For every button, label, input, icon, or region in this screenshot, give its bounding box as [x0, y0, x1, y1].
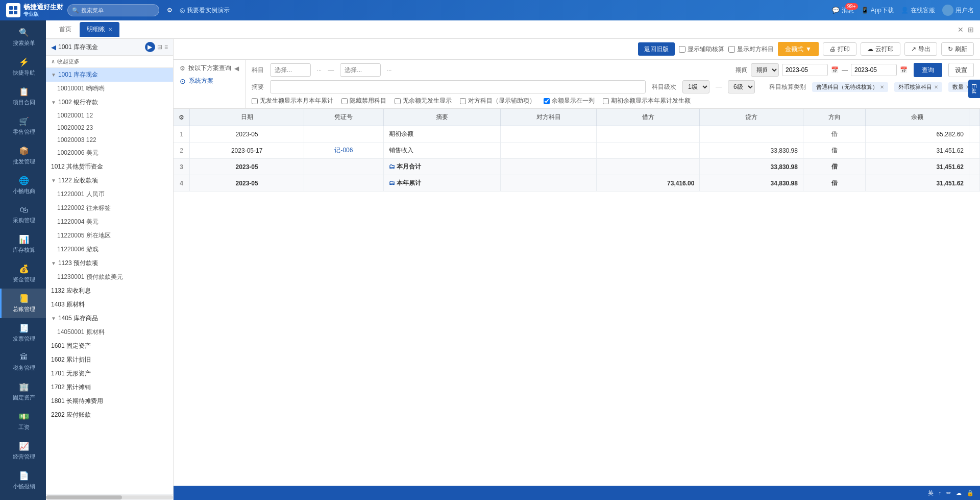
cb-hide-disabled[interactable]: 隐藏禁用科目: [341, 97, 386, 105]
tab-home[interactable]: 首页: [52, 22, 79, 37]
tree-item-10020006[interactable]: 10020006 美元: [46, 146, 173, 160]
status-btn-arrow[interactable]: ↑: [939, 490, 942, 496]
period-end-input[interactable]: [851, 64, 897, 76]
tree-item-10010001[interactable]: 10010001 哟哟哟: [46, 82, 173, 96]
print-btn[interactable]: 🖨 打印: [823, 42, 856, 56]
date-picker-icon-2[interactable]: 📅: [900, 66, 908, 74]
sidebar-item-ecommerce[interactable]: 🌐 小畅电商: [0, 171, 46, 200]
setting-btn[interactable]: 设置: [948, 63, 974, 77]
period-start-input[interactable]: [782, 64, 828, 76]
back-old-version-btn[interactable]: 返回旧版: [638, 42, 675, 56]
sidebar-item-retail[interactable]: 🛒 零售管理: [0, 111, 46, 141]
show-opposite-input[interactable]: [728, 46, 735, 53]
tree-item-1801[interactable]: 1801 长期待摊费用: [46, 394, 173, 408]
subject-more-btn-2[interactable]: ···: [387, 67, 391, 73]
cloud-print-btn[interactable]: ☁ 云打印: [861, 42, 900, 56]
app-download-btn[interactable]: 📱 App下载: [861, 6, 894, 15]
system-plan[interactable]: ⊙ 系统方案: [180, 77, 239, 85]
sidebar-item-project[interactable]: 📋 项目合同: [0, 82, 46, 111]
collapse-more-btn[interactable]: ∧ 收起更多: [46, 56, 173, 68]
tree-item-1122[interactable]: ▼ 1122 应收款项: [46, 174, 173, 187]
demo-link[interactable]: ◎ 我要看实例演示: [180, 6, 230, 15]
search-box[interactable]: 🔍 搜索菜单: [67, 4, 159, 16]
tree-item-11220002[interactable]: 11220002 往来标签: [46, 201, 173, 215]
sidebar-item-base-info[interactable]: ℹ 基础信息: [0, 495, 46, 500]
tree-item-1403[interactable]: 1403 原材料: [46, 298, 173, 312]
show-opposite-checkbox[interactable]: 显示对方科目: [728, 45, 774, 54]
tree-item-11220006[interactable]: 11220006 游戏: [46, 243, 173, 256]
sidebar-item-operation[interactable]: 📈 经营管理: [0, 436, 46, 466]
view-icon[interactable]: ⊟: [157, 43, 162, 51]
eat-button[interactable]: Eat: [968, 80, 980, 98]
summary-input[interactable]: [270, 80, 646, 93]
sort-icon[interactable]: ≡: [164, 43, 168, 51]
left-panel-scrollbar[interactable]: [46, 494, 173, 500]
tree-item-1002[interactable]: ▼ 1002 银行存款: [46, 96, 173, 109]
sidebar-item-wholesale[interactable]: 📦 批发管理: [0, 141, 46, 171]
tree-item-1012[interactable]: 1012 其他货币资金: [46, 160, 173, 174]
account-nav-btn[interactable]: ▶: [145, 42, 155, 52]
cb-no-balance[interactable]: 无余额无发生显示: [395, 97, 452, 105]
cb-no-occur-input[interactable]: [252, 98, 258, 104]
sidebar-item-invoice[interactable]: 🧾 发票管理: [0, 318, 46, 348]
voucher-link-2[interactable]: 记-006: [334, 147, 353, 154]
tree-item-14050001[interactable]: 14050001 原材料: [46, 325, 173, 339]
subject-type-tag-2-close[interactable]: ✕: [934, 84, 938, 90]
tree-item-10020002[interactable]: 10020002 23: [46, 122, 173, 134]
tree-item-1123[interactable]: ▼ 1123 预付款项: [46, 256, 173, 270]
sidebar-item-purchase[interactable]: 🛍 采购管理: [0, 200, 46, 229]
tree-item-2202[interactable]: 2202 应付账款: [46, 408, 173, 422]
tree-item-1701[interactable]: 1701 无形资产: [46, 367, 173, 380]
tree-item-1001[interactable]: ▼ 1001 库存现金: [46, 68, 173, 82]
status-btn-lock[interactable]: 🔒: [967, 490, 974, 496]
status-btn-edit[interactable]: ✏: [946, 490, 951, 496]
status-btn-cloud[interactable]: ☁: [956, 490, 962, 496]
sidebar-item-fund[interactable]: 💰 资金管理: [0, 259, 46, 289]
date-picker-icon-1[interactable]: 📅: [831, 66, 839, 74]
subject-level-to-select[interactable]: 6级: [728, 80, 755, 93]
collapse-filter-btn[interactable]: ◀: [234, 65, 239, 72]
cb-opening-input[interactable]: [603, 98, 609, 104]
sidebar-item-inventory[interactable]: 📊 库存核算: [0, 229, 46, 259]
cb-opposite[interactable]: 对方科目（显示辅助项）: [460, 97, 535, 105]
cb-balance-col[interactable]: 余额显示在一列: [544, 97, 595, 105]
tree-item-11220004[interactable]: 11220004 美元: [46, 215, 173, 229]
tree-item-1601[interactable]: 1601 固定资产: [46, 339, 173, 353]
subject-more-btn[interactable]: ···: [317, 67, 322, 73]
tree-item-1405[interactable]: ▼ 1405 库存商品: [46, 312, 173, 325]
tree-item-1702[interactable]: 1702 累计摊销: [46, 380, 173, 394]
tree-item-10020001[interactable]: 10020001 12: [46, 109, 173, 122]
tree-item-10020003[interactable]: 10020003 122: [46, 134, 173, 146]
tree-item-1602[interactable]: 1602 累计折旧: [46, 353, 173, 367]
display-mode-btn[interactable]: 金额式 ▼: [778, 42, 819, 56]
user-menu[interactable]: 用户名: [942, 5, 974, 16]
cb-hide-disabled-input[interactable]: [341, 98, 348, 104]
sidebar-item-salary[interactable]: 💵 工资: [0, 407, 46, 436]
tab-ledger-close[interactable]: ✕: [108, 27, 112, 32]
message-btn[interactable]: 💬 消息 99+: [832, 6, 854, 15]
cb-no-occur[interactable]: 无发生额显示本月本年累计: [252, 97, 333, 105]
settings-icon[interactable]: ⚙: [163, 4, 176, 16]
cb-balance-col-input[interactable]: [544, 98, 550, 104]
tree-item-11220001[interactable]: 11220001 人民币: [46, 187, 173, 201]
show-helper-input[interactable]: [679, 46, 685, 53]
status-btn-lang[interactable]: 英: [928, 489, 934, 497]
tab-ledger[interactable]: 明细账 ✕: [80, 22, 119, 37]
window-maximize-btn[interactable]: ⊞: [968, 26, 974, 34]
sidebar-item-sales-report[interactable]: 📄 小畅报销: [0, 466, 46, 495]
subject-type-tag-1-close[interactable]: ✕: [880, 84, 884, 90]
subject-level-from-select[interactable]: 1级 2级 3级: [682, 80, 709, 93]
show-helper-checkbox[interactable]: 显示辅助核算: [679, 45, 724, 54]
subject-input-from[interactable]: [270, 63, 311, 77]
query-settings-icon[interactable]: ⚙: [180, 65, 185, 72]
cb-no-balance-input[interactable]: [395, 98, 401, 104]
tree-item-11220005[interactable]: 11220005 所在地区: [46, 229, 173, 243]
period-type-select[interactable]: 期间: [751, 63, 779, 77]
sidebar-item-tax[interactable]: 🏛 税务管理: [0, 348, 46, 377]
cb-opposite-input[interactable]: [460, 98, 466, 104]
sidebar-item-search[interactable]: 🔍 搜索菜单: [0, 22, 46, 52]
sidebar-item-assets[interactable]: 🏢 固定资产: [0, 377, 46, 407]
online-service-btn[interactable]: 👤 在线客服: [901, 6, 935, 15]
subject-input-to[interactable]: [340, 63, 381, 77]
tree-item-11230001[interactable]: 11230001 预付款款美元: [46, 270, 173, 284]
